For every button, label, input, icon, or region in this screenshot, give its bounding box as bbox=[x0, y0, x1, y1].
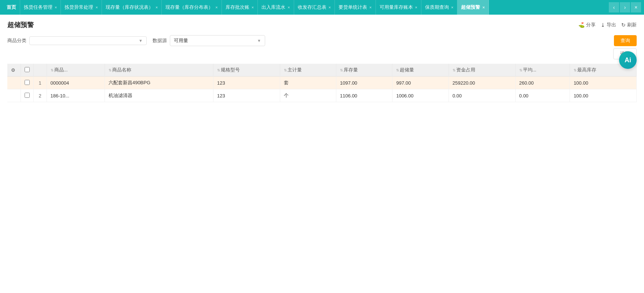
nav-tab-inventory-dist[interactable]: 现存量（库存分布表）× bbox=[162, 0, 222, 15]
row-product-name-0: 六配套新昌490BPG bbox=[105, 77, 213, 89]
col-capital[interactable]: ⇅资金占用 bbox=[449, 64, 515, 77]
close-tab-inout-flow-icon[interactable]: × bbox=[288, 5, 290, 10]
close-tab-available-account-icon[interactable]: × bbox=[415, 5, 417, 10]
datasource-chevron-icon: ▼ bbox=[257, 38, 261, 43]
col-spec[interactable]: ⇅规格型号 bbox=[213, 64, 280, 77]
data-table: ⚙ ⇅商品... ⇅商品名称 ⇅规格型号 ⇅主计量 ⇅库存量 ⇅超储量 ⇅资金占… bbox=[7, 64, 637, 102]
col-avg[interactable]: ⇅平均... bbox=[515, 64, 570, 77]
row-stock-0: 1097.00 bbox=[336, 77, 392, 89]
col-unit-label: 主计量 bbox=[288, 67, 302, 73]
datasource-filter: 数据源 可用量 ▼ bbox=[153, 35, 265, 46]
col-seq bbox=[33, 64, 47, 77]
row-avg-1: 0.00 bbox=[515, 89, 570, 102]
nav-tab-available-account[interactable]: 可用量库存账本× bbox=[376, 0, 421, 15]
col-capital-label: 资金占用 bbox=[456, 67, 475, 73]
nav-tab-inout-flow[interactable]: 出入库流水× bbox=[258, 0, 294, 15]
col-gear[interactable]: ⚙ bbox=[7, 64, 21, 77]
query-button[interactable]: 查询 bbox=[614, 35, 637, 46]
col-product-name[interactable]: ⇅商品名称 bbox=[105, 64, 213, 77]
nav-tab-inventory-status[interactable]: 现存量（库存状况表）× bbox=[102, 0, 162, 15]
page-header: 超储预警 ⛳ 分享 ⤓ 导出 ↻ 刷新 bbox=[7, 21, 637, 29]
nav-tab-abnormal[interactable]: 拣货异常处理× bbox=[61, 0, 102, 15]
refresh-icon: ↻ bbox=[621, 22, 626, 28]
row-overstock-1: 1006.00 bbox=[392, 89, 449, 102]
nav-arrows: ‹ › × bbox=[608, 2, 641, 12]
col-checkbox[interactable] bbox=[21, 64, 33, 77]
row-unit-0: 套 bbox=[280, 77, 336, 89]
row-capital-1: 0.00 bbox=[449, 89, 515, 102]
col-unit[interactable]: ⇅主计量 bbox=[280, 64, 336, 77]
nav-tab-collect-summary[interactable]: 收发存汇总表× bbox=[294, 0, 335, 15]
nav-tab-order-stats[interactable]: 要货单统计表× bbox=[335, 0, 376, 15]
col-overstock[interactable]: ⇅超储量 bbox=[392, 64, 449, 77]
col-maxstock-label: 最高库存 bbox=[577, 67, 596, 73]
row-product-code-1: 186-10... bbox=[47, 89, 105, 102]
datasource-label: 数据源 bbox=[153, 37, 167, 44]
share-button[interactable]: ⛳ 分享 bbox=[578, 22, 596, 28]
close-tab-task-mgmt-icon[interactable]: × bbox=[55, 5, 57, 10]
close-tab-abnormal-icon[interactable]: × bbox=[95, 5, 98, 10]
nav-tab-task-mgmt[interactable]: 拣货任务管理× bbox=[20, 0, 61, 15]
datasource-select[interactable]: 可用量 ▼ bbox=[170, 35, 265, 46]
datasource-value: 可用量 bbox=[174, 37, 188, 44]
row-seq-0: 1 bbox=[33, 77, 47, 89]
filter-area: 商品分类 ▼ 数据源 可用量 ▼ bbox=[7, 35, 606, 46]
refresh-button[interactable]: ↻ 刷新 bbox=[621, 22, 637, 28]
nav-tab-overstock-alert[interactable]: 超储预警× bbox=[457, 0, 489, 15]
row-checkbox-cell-0 bbox=[21, 77, 33, 89]
row-checkbox-1[interactable] bbox=[25, 93, 30, 98]
col-overstock-label: 超储量 bbox=[400, 67, 414, 73]
col-product-name-label: 商品名称 bbox=[112, 67, 131, 73]
close-tab-collect-summary-icon[interactable]: × bbox=[329, 5, 331, 10]
nav-tab-home[interactable]: 首页 bbox=[3, 0, 20, 15]
export-label: 导出 bbox=[607, 22, 616, 28]
close-tab-inventory-dist-icon[interactable]: × bbox=[215, 5, 217, 10]
refresh-label: 刷新 bbox=[627, 22, 637, 28]
row-spec-1: 123 bbox=[213, 89, 280, 102]
close-tab-overstock-alert-icon[interactable]: × bbox=[482, 5, 484, 10]
row-maxstock-0: 100.00 bbox=[570, 77, 637, 89]
header-actions: ⛳ 分享 ⤓ 导出 ↻ 刷新 bbox=[578, 22, 637, 28]
category-select[interactable]: ▼ bbox=[29, 36, 147, 45]
top-nav: 首页拣货任务管理×拣货异常处理×现存量（库存状况表）×现存量（库存分布表）×库存… bbox=[0, 0, 644, 15]
row-maxstock-1: 100.00 bbox=[570, 89, 637, 102]
table-row: 1 0000004 六配套新昌490BPG 123 套 1097.00 997.… bbox=[7, 77, 637, 89]
row-spec-0: 123 bbox=[213, 77, 280, 89]
nav-tab-batch-account[interactable]: 库存批次账× bbox=[222, 0, 258, 15]
nav-tab-quality-check[interactable]: 保质期查询× bbox=[421, 0, 457, 15]
row-stock-1: 1106.00 bbox=[336, 89, 392, 102]
col-stock[interactable]: ⇅库存量 bbox=[336, 64, 392, 77]
filter-and-buttons: 商品分类 ▼ 数据源 可用量 ▼ 查询 设置 bbox=[7, 35, 637, 59]
row-gear-1[interactable] bbox=[7, 89, 21, 102]
row-product-code-0: 0000004 bbox=[47, 77, 105, 89]
category-label: 商品分类 bbox=[7, 37, 26, 44]
ai-badge[interactable]: Ai bbox=[619, 51, 637, 69]
share-icon: ⛳ bbox=[578, 22, 585, 28]
row-gear-0[interactable] bbox=[7, 77, 21, 89]
share-label: 分享 bbox=[586, 22, 596, 28]
category-chevron-icon: ▼ bbox=[139, 38, 143, 43]
table-header-row: ⚙ ⇅商品... ⇅商品名称 ⇅规格型号 ⇅主计量 ⇅库存量 ⇅超储量 ⇅资金占… bbox=[7, 64, 637, 77]
close-tab-order-stats-icon[interactable]: × bbox=[369, 5, 372, 10]
nav-prev-button[interactable]: ‹ bbox=[609, 2, 619, 12]
close-tab-batch-account-icon[interactable]: × bbox=[252, 5, 254, 10]
row-checkbox-0[interactable] bbox=[25, 80, 30, 85]
close-tab-inventory-status-icon[interactable]: × bbox=[155, 5, 158, 10]
col-stock-label: 库存量 bbox=[344, 67, 358, 73]
category-filter: 商品分类 ▼ bbox=[7, 36, 147, 45]
nav-next-button[interactable]: › bbox=[620, 2, 630, 12]
row-product-name-1: 机油滤清器 bbox=[105, 89, 213, 102]
export-icon: ⤓ bbox=[601, 22, 605, 28]
nav-close-button[interactable]: × bbox=[631, 2, 641, 12]
page-title: 超储预警 bbox=[7, 21, 34, 29]
page-content: 超储预警 ⛳ 分享 ⤓ 导出 ↻ 刷新 商品分类 ▼ bbox=[0, 15, 644, 108]
row-seq-1: 2 bbox=[33, 89, 47, 102]
export-button[interactable]: ⤓ 导出 bbox=[601, 22, 616, 28]
col-product-code[interactable]: ⇅商品... bbox=[47, 64, 105, 77]
row-unit-1: 个 bbox=[280, 89, 336, 102]
row-checkbox-cell-1 bbox=[21, 89, 33, 102]
close-tab-quality-check-icon[interactable]: × bbox=[451, 5, 453, 10]
select-all-checkbox[interactable] bbox=[25, 67, 30, 72]
col-spec-label: 规格型号 bbox=[221, 67, 240, 73]
row-avg-0: 260.00 bbox=[515, 77, 570, 89]
